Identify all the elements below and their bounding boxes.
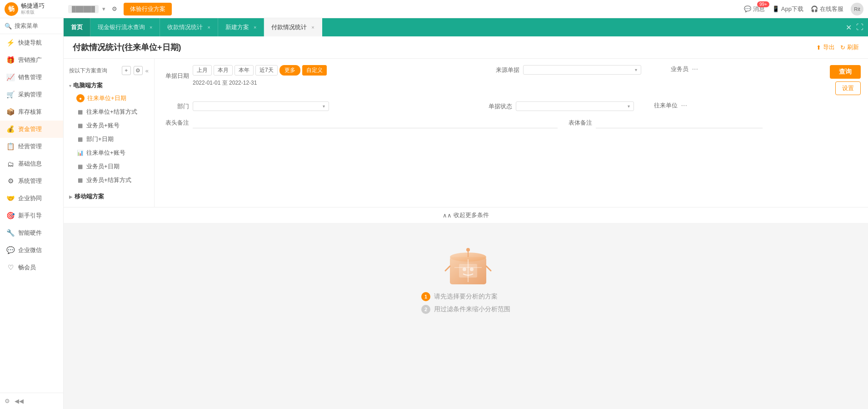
sidebar-item-operations[interactable]: 📋 经营管理	[0, 138, 63, 155]
sidebar-item-purchase[interactable]: 🛒 采购管理	[0, 86, 63, 103]
tab-collection[interactable]: 收款情况统计 ×	[160, 18, 218, 36]
sidebar-item-hardware[interactable]: 🔧 智能硬件	[0, 224, 63, 242]
export-button[interactable]: ⬆ 导出	[816, 43, 835, 51]
unit-input-dots[interactable]: ···	[681, 101, 687, 110]
wechat-icon: 💬	[6, 246, 15, 254]
tab-new-scheme[interactable]: 新建方案 ×	[218, 18, 264, 36]
collapse-label: 收起更多条件	[454, 211, 489, 219]
tab-payment-close-icon[interactable]: ×	[311, 25, 314, 30]
table-body-input[interactable]	[596, 117, 763, 128]
tab-cash-flow-label: 现金银行流水查询	[98, 23, 145, 31]
date-btn-this-year[interactable]: 本年	[234, 65, 254, 76]
notification-bell[interactable]: 💬 消息 99+	[744, 5, 765, 13]
export-icon: ⬆	[816, 44, 821, 51]
collapse-more-button[interactable]: ∧∧ 收起更多条件	[443, 211, 489, 219]
avatar[interactable]: Rit	[851, 3, 863, 15]
filter-settings-button[interactable]: 设置	[835, 81, 861, 95]
tab-cash-flow-close-icon[interactable]: ×	[150, 25, 152, 30]
scheme-item-employee-settlement[interactable]: ▦ 业务员+结算方式	[64, 173, 154, 187]
scheme-item-unit-date[interactable]: ● 往来单位+日期	[64, 91, 154, 105]
scheme-item-unit-account[interactable]: 📊 往来单位+账号	[64, 146, 154, 160]
online-service-link[interactable]: 🎧 在线客服	[811, 5, 843, 13]
query-button[interactable]: 查询	[830, 65, 861, 79]
date-btn-last-month[interactable]: 上月	[193, 65, 212, 76]
logo-sub: 标准版	[21, 9, 45, 15]
scheme-item-dept-date[interactable]: ▦ 部门+日期	[64, 132, 154, 146]
table-icon-2: ▦	[76, 122, 84, 129]
page-header: 付款情况统计(往来单位+日期) ⬆ 导出 ↻ 刷新	[64, 36, 868, 59]
sidebar-item-quick-nav[interactable]: ⚡ 快捷导航	[0, 34, 63, 51]
table-header-input[interactable]	[193, 117, 558, 128]
refresh-button[interactable]: ↻ 刷新	[840, 43, 859, 51]
tab-home-label: 首页	[71, 23, 83, 31]
tab-cash-flow[interactable]: 现金银行流水查询 ×	[90, 18, 160, 36]
pc-group-label: 电脑端方案	[73, 81, 103, 90]
account-chevron-icon[interactable]: ▾	[102, 5, 105, 12]
sidebar-item-member[interactable]: ♡ 畅会员	[0, 259, 63, 276]
sidebar-item-marketing[interactable]: 🎁 营销推广	[0, 51, 63, 69]
trial-button[interactable]: 体验行业方案	[124, 3, 172, 15]
date-btn-more[interactable]: 更多	[279, 65, 300, 76]
scheme-collapse-button[interactable]: «	[145, 67, 149, 74]
scheme-item-unit-date-label: 往来单位+日期	[87, 94, 126, 102]
refresh-label: 刷新	[847, 43, 859, 51]
account-selector[interactable]: ██████	[68, 5, 99, 13]
chat-icon: 💬	[744, 5, 751, 12]
scheme-pc-group-header[interactable]: ▾ 电脑端方案	[64, 80, 154, 91]
sidebar-item-wechat[interactable]: 💬 企业微信	[0, 242, 63, 259]
topbar-gear-icon[interactable]: ⚙	[109, 4, 120, 15]
scheme-mobile-group: ▶ 移动端方案	[64, 191, 154, 202]
sidebar-item-enterprise[interactable]: 🤝 企业协同	[0, 190, 63, 207]
dept-select-arrow-icon: ▾	[323, 104, 325, 109]
svg-point-6	[470, 268, 474, 271]
scheme-add-button[interactable]: +	[122, 66, 131, 75]
dept-select[interactable]: ▾	[193, 101, 329, 111]
page-content: 付款情况统计(往来单位+日期) ⬆ 导出 ↻ 刷新 按	[64, 36, 868, 409]
sidebar-label-system: 系统管理	[18, 177, 42, 185]
empty-area: 1 请先选择要分析的方案 2 用过滤条件来缩小分析范围	[64, 223, 868, 332]
account-name: ██████	[68, 5, 99, 13]
sidebar-item-inventory[interactable]: 📦 库存核算	[0, 103, 63, 121]
tab-collection-label: 收款情况统计	[167, 23, 203, 31]
app-download-link[interactable]: 📱 App下载	[772, 5, 803, 13]
settings-icon[interactable]: ⚙	[5, 398, 10, 404]
date-btn-custom[interactable]: 自定义	[302, 65, 327, 76]
scheme-item-employee-account[interactable]: ▦ 业务员+账号	[64, 119, 154, 132]
sidebar-item-basic-info[interactable]: 🗂 基础信息	[0, 155, 63, 172]
scheme-header-title: 按以下方案查询	[69, 67, 107, 75]
tab-new-scheme-label: 新建方案	[225, 23, 249, 31]
scheme-item-unit-settlement[interactable]: ▦ 往来单位+结算方式	[64, 105, 154, 119]
sidebar-label-operations: 经营管理	[18, 142, 42, 151]
date-btn-last-7days[interactable]: 近7天	[255, 65, 278, 76]
tab-collection-close-icon[interactable]: ×	[207, 25, 210, 30]
sidebar-item-sales[interactable]: 📈 销售管理	[0, 69, 63, 86]
status-label: 单据状态	[485, 102, 512, 111]
scheme-settings-button[interactable]: ⚙	[134, 66, 143, 75]
sidebar-item-system[interactable]: ⚙ 系统管理	[0, 172, 63, 190]
source-select[interactable]: ▾	[523, 65, 641, 75]
tab-new-scheme-close-icon[interactable]: ×	[254, 25, 256, 30]
date-btn-this-month[interactable]: 本月	[214, 65, 233, 76]
sidebar-label-sales: 销售管理	[18, 73, 42, 81]
tab-maximize-icon[interactable]: ⛶	[856, 23, 863, 31]
empty-tips: 1 请先选择要分析的方案 2 用过滤条件来缩小分析范围	[421, 292, 510, 314]
scheme-mobile-group-header[interactable]: ▶ 移动端方案	[64, 191, 154, 202]
table-icon-4: ▦	[76, 163, 84, 170]
scheme-item-employee-date[interactable]: ▦ 业务员+日期	[64, 160, 154, 173]
search-menu[interactable]: 🔍 搜索菜单	[0, 18, 63, 34]
sidebar-item-finance[interactable]: 💰 资金管理	[0, 121, 63, 138]
empty-tip-2: 2 用过滤条件来缩小分析范围	[421, 305, 510, 314]
collapse-bar: ∧∧ 收起更多条件	[64, 207, 868, 223]
empty-content: 1 请先选择要分析的方案 2 用过滤条件来缩小分析范围	[421, 241, 510, 314]
employee-input-dots[interactable]: ···	[692, 65, 698, 73]
status-select-arrow-icon: ▾	[628, 104, 630, 109]
logo-text: 畅捷通巧	[21, 2, 45, 10]
status-select[interactable]: ▾	[516, 101, 634, 111]
tab-home[interactable]: 首页	[64, 18, 90, 36]
tab-payment[interactable]: 付款情况统计 ×	[264, 18, 322, 36]
search-icon: 🔍	[5, 23, 12, 30]
sidebar-label-member: 畅会员	[18, 263, 36, 272]
sidebar-item-guide[interactable]: 🎯 新手引导	[0, 207, 63, 224]
tab-close-all-icon[interactable]: ✕	[846, 23, 852, 32]
collapse-icon[interactable]: ◀◀	[15, 398, 24, 404]
